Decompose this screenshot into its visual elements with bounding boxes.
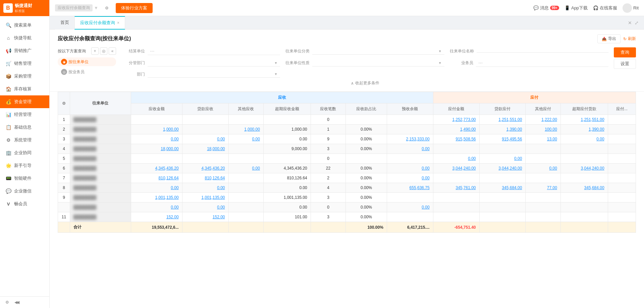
sidebar-item-guide[interactable]: 🌟 新手引导 [0, 159, 49, 172]
tab-ar-ap[interactable]: 应收应付余额查询 × [74, 16, 125, 30]
cell-ap_loan[interactable]: 1,390.00 [479, 125, 526, 134]
sidebar-item-hardware[interactable]: 📟 智能硬件 [0, 172, 49, 185]
cell-ar_other[interactable]: 1,000.00 [228, 125, 263, 134]
cell-ap_overdue[interactable]: 1,390.00 [560, 125, 608, 134]
sidebar-item-capital[interactable]: 💰 资金管理 [0, 95, 49, 108]
cell-ar_loan[interactable]: 1,001,135.00 [182, 193, 228, 203]
cell-ap_amount[interactable] [433, 193, 479, 203]
cell-ar_prepay[interactable] [387, 125, 433, 134]
cell-ar_loan[interactable]: 152.00 [182, 212, 228, 222]
cell-ap_amount[interactable]: 0.00 [433, 154, 479, 164]
query-button[interactable]: 查询 [614, 47, 636, 57]
cell-ar_amount[interactable] [131, 115, 182, 125]
cell-ap_amount[interactable] [433, 173, 479, 183]
cell-ap_other[interactable]: 1,222.00 [526, 115, 560, 125]
sidebar-item-sales[interactable]: 🛒 销售管理 [0, 57, 49, 70]
cell-ar_loan[interactable]: 0.00 [182, 203, 228, 212]
partner-name-input[interactable] [477, 50, 608, 53]
cell-ap_loan[interactable] [479, 144, 526, 154]
cell-ap_loan[interactable]: 345,684.00 [479, 183, 526, 193]
table-settings-icon[interactable]: ⚙ [62, 101, 66, 106]
sidebar-item-operations[interactable]: 📊 经营管理 [0, 108, 49, 121]
scheme-by-partner[interactable]: ◉ 按往来单位 [58, 57, 116, 66]
sidebar-item-wechat[interactable]: 💬 企业微信 [0, 185, 49, 197]
cell-ap_other[interactable] [526, 154, 560, 164]
add-scheme-button[interactable]: + [91, 47, 99, 55]
cell-ap_loan[interactable] [479, 173, 526, 183]
cell-ap_other[interactable]: 13.00 [526, 134, 560, 144]
cell-ap_overdue[interactable] [560, 193, 608, 203]
cell-ap_amount[interactable]: 915,508.56 [433, 134, 479, 144]
sidebar-settings-icon[interactable]: ⚙ [5, 300, 9, 305]
cell-ar_other[interactable] [228, 154, 263, 164]
cell-ar_loan[interactable]: 18,000.00 [182, 144, 228, 154]
cell-ar_prepay[interactable]: 2,153,333.00 [387, 134, 433, 144]
cell-ar_loan[interactable] [182, 125, 228, 134]
cell-ar_other[interactable] [228, 144, 263, 154]
app-download-button[interactable]: 📱 App下载 [565, 5, 588, 11]
partner-category-input[interactable]: ▼ [312, 48, 444, 55]
sidebar-item-member[interactable]: V 畅会员 [0, 197, 49, 210]
cell-ap_amount[interactable]: 1,490.00 [433, 125, 479, 134]
cell-ap_overdue[interactable]: 0.00 [560, 134, 608, 144]
refresh-button[interactable]: ↻ 刷新 [623, 34, 636, 43]
message-button[interactable]: 💬 消息 99+ [533, 5, 559, 11]
cell-ar_prepay[interactable]: 0.00 [387, 203, 433, 212]
cell-ap_amount[interactable]: 345,761.00 [433, 183, 479, 193]
sidebar-item-inventory[interactable]: 🏠 库存核算 [0, 83, 49, 95]
cell-ap_loan[interactable]: 915,495.56 [479, 134, 526, 144]
collapse-more-button[interactable]: ∧ 收起更多条件 [121, 79, 608, 87]
cell-ar_prepay[interactable] [387, 212, 433, 222]
salesman-input[interactable]: ··· [476, 59, 608, 67]
settlement-unit-input[interactable]: ··· [148, 47, 280, 55]
cell-ap_overdue[interactable] [560, 144, 608, 154]
partner-nature-input[interactable]: ▼ [312, 60, 444, 67]
cell-ap_loan[interactable]: 0.00 [479, 154, 526, 164]
sidebar-item-quick-nav[interactable]: ⌂ 快捷导航 [0, 32, 49, 44]
sidebar-item-basic[interactable]: 📋 基础信息 [0, 121, 49, 134]
cell-ap_amount[interactable] [433, 203, 479, 212]
sidebar-item-system[interactable]: ⚙ 系统管理 [0, 134, 49, 146]
cell-ar_other[interactable] [228, 203, 263, 212]
cell-ar_other[interactable] [228, 115, 263, 125]
cell-ap_other[interactable] [526, 203, 560, 212]
sidebar-item-purchase[interactable]: 📦 采购管理 [0, 70, 49, 83]
cell-ap_other[interactable] [526, 173, 560, 183]
cell-ap_overdue[interactable] [560, 173, 608, 183]
cell-ar_amount[interactable] [131, 154, 182, 164]
cell-ar_other[interactable] [228, 183, 263, 193]
cell-ap_overdue[interactable]: 3,044,240.00 [560, 164, 608, 173]
cell-ap_amount[interactable]: 3,044,240.00 [433, 164, 479, 173]
cell-ap_loan[interactable] [479, 193, 526, 203]
sidebar-item-enterprise[interactable]: 🏢 企业协同 [0, 146, 49, 159]
cell-ar_amount[interactable]: 0.00 [131, 183, 182, 193]
cell-ar_loan[interactable]: 4,345,436.20 [182, 164, 228, 173]
cell-ap_loan[interactable]: 3,044,240.00 [479, 164, 526, 173]
scheme-collapse-button[interactable]: « [109, 47, 116, 55]
th-settings[interactable]: ⚙ [58, 92, 70, 115]
cell-ar_loan[interactable]: 810,126.64 [182, 173, 228, 183]
solution-button[interactable]: 体验行业方案 [116, 3, 153, 13]
cell-ap_loan[interactable]: 1,251,551.00 [479, 115, 526, 125]
user-menu[interactable]: Rit [623, 3, 639, 13]
header-gear-button[interactable]: ⚙ [102, 3, 112, 13]
tab-maximize-icon[interactable]: ⤢ [635, 20, 639, 26]
cell-ap_other[interactable]: 77.00 [526, 183, 560, 193]
cell-ar_other[interactable] [228, 193, 263, 203]
cell-ar_amount[interactable]: 0.00 [131, 134, 182, 144]
cell-ar_prepay[interactable]: 0.00 [387, 144, 433, 154]
tab-close-window-icon[interactable]: ✕ [628, 20, 632, 26]
cell-ar_loan[interactable] [182, 115, 228, 125]
cell-ap_other[interactable] [526, 212, 560, 222]
scheme-by-salesman[interactable]: ◎ 按业务员 [58, 68, 116, 76]
cell-ap_overdue[interactable]: 1,251,551.00 [560, 115, 608, 125]
cell-ar_amount[interactable]: 810,126.64 [131, 173, 182, 183]
unit-dept-input[interactable]: ▼ [148, 71, 280, 78]
tab-close-icon[interactable]: × [117, 20, 119, 25]
cell-ap_other[interactable]: 100.00 [526, 125, 560, 134]
export-button[interactable]: 📤 导出 [597, 34, 621, 43]
cell-ar_amount[interactable]: 152.00 [131, 212, 182, 222]
cell-ar_prepay[interactable] [387, 193, 433, 203]
cell-ap_other[interactable]: 0.00 [526, 164, 560, 173]
sidebar-collapse-icon[interactable]: ◀◀ [14, 300, 18, 305]
